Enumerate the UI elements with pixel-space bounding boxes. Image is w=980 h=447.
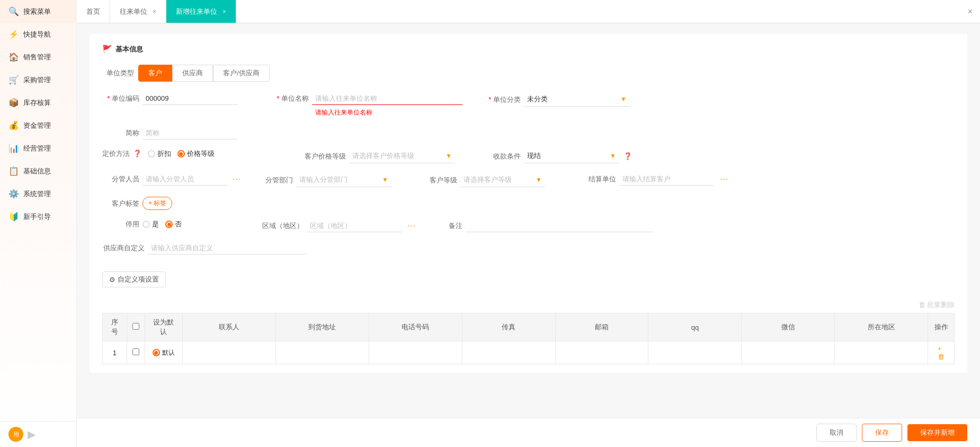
row-qq-input[interactable] bbox=[654, 349, 736, 357]
row-checkbox[interactable] bbox=[132, 348, 139, 355]
quick-nav-icon: ⚡ bbox=[8, 29, 19, 39]
row-email[interactable] bbox=[555, 341, 648, 364]
customer-level-select[interactable]: 请选择客户等级 ▼ bbox=[460, 173, 545, 187]
pricing-method-help-icon[interactable]: ❓ bbox=[133, 150, 141, 157]
disabled-no-label: 否 bbox=[175, 220, 182, 229]
add-tag-button[interactable]: + 标签 bbox=[142, 197, 172, 210]
group-disabled: 停用 是 否 bbox=[102, 220, 251, 229]
col-default: 设为默认 bbox=[145, 313, 182, 341]
row-email-input[interactable] bbox=[561, 349, 643, 357]
pricing-discount-radio[interactable]: 折扣 bbox=[148, 149, 171, 159]
sidebar-item-basic[interactable]: 📋 基础信息 bbox=[0, 160, 76, 182]
cancel-button[interactable]: 取消 bbox=[816, 424, 857, 442]
unit-code-input[interactable] bbox=[142, 92, 238, 105]
unit-code-label: * 单位编码 bbox=[102, 94, 139, 103]
group-customer-price-level: 客户价格等级 请选择客户价格等级 ▼ bbox=[304, 149, 473, 163]
row-wechat[interactable] bbox=[742, 341, 835, 364]
tab-trading-units[interactable]: 往来单位 × bbox=[110, 0, 166, 23]
sidebar-item-finance[interactable]: 💰 资金管理 bbox=[0, 114, 76, 137]
manager-input[interactable] bbox=[142, 173, 227, 186]
sidebar-item-operations[interactable]: 📊 经营管理 bbox=[0, 137, 76, 160]
save-and-new-button[interactable]: 保存并新增 bbox=[907, 424, 967, 441]
batch-delete-button[interactable]: 🗑 批量删除 bbox=[919, 300, 955, 310]
sidebar-item-inventory[interactable]: 📦 库存核算 bbox=[0, 91, 76, 114]
unit-name-input[interactable] bbox=[312, 92, 462, 105]
col-action: 操作 bbox=[928, 313, 955, 341]
row-default-radio[interactable]: 默认 bbox=[150, 348, 177, 357]
select-all-checkbox[interactable] bbox=[132, 323, 139, 330]
close-new-trading-unit-tab[interactable]: × bbox=[222, 8, 226, 15]
unit-type-both[interactable]: 客户/供应商 bbox=[213, 65, 270, 82]
close-all-tabs-button[interactable]: × bbox=[960, 0, 980, 23]
department-select[interactable]: 请输入分管部门 ▼ bbox=[296, 173, 391, 187]
region-more-btn[interactable]: ··· bbox=[407, 221, 416, 231]
col-email: 邮箱 bbox=[555, 313, 648, 341]
row-address[interactable] bbox=[275, 341, 369, 364]
row-default: 默认 bbox=[145, 341, 182, 364]
row-check[interactable] bbox=[127, 341, 145, 364]
manager-more-btn[interactable]: ··· bbox=[233, 174, 241, 184]
row-disabled-region: 停用 是 否 区域（地区） ··· bbox=[102, 220, 955, 232]
unit-type-label: 单位类型 bbox=[102, 68, 134, 78]
customer-price-level-select[interactable]: 请选择客户价格等级 ▼ bbox=[349, 149, 455, 163]
sidebar-item-system[interactable]: ⚙️ 系统管理 bbox=[0, 182, 76, 205]
close-trading-units-tab[interactable]: × bbox=[153, 8, 156, 15]
sidebar-expand-icon[interactable]: ▶ bbox=[28, 428, 35, 441]
pricing-level-radio[interactable]: 价格等级 bbox=[177, 149, 215, 159]
row-area-input[interactable] bbox=[840, 349, 922, 357]
finance-icon: 💰 bbox=[8, 120, 19, 130]
basic-info-icon: 📋 bbox=[8, 166, 19, 176]
group-manager: 分管人员 ··· bbox=[102, 173, 251, 186]
payment-terms-help-icon[interactable]: ❓ bbox=[623, 152, 632, 160]
tab-new-trading-unit[interactable]: 新增往来单位 × bbox=[166, 0, 236, 23]
short-name-input[interactable] bbox=[142, 127, 238, 139]
col-qq: qq bbox=[648, 313, 742, 341]
row-delete-btn[interactable]: 🗑 bbox=[938, 353, 945, 361]
remark-input[interactable] bbox=[466, 220, 653, 232]
row-contact-input[interactable] bbox=[188, 349, 270, 357]
col-phone: 电话号码 bbox=[369, 313, 462, 341]
group-department: 分管部门 请输入分管部门 ▼ bbox=[261, 173, 409, 187]
row-address-input[interactable] bbox=[281, 349, 363, 357]
row-fax-input[interactable] bbox=[468, 349, 550, 357]
disabled-no-radio[interactable]: 否 bbox=[165, 220, 182, 229]
sidebar-item-search[interactable]: 🔍 搜索菜单 bbox=[0, 0, 76, 23]
row-add-btn[interactable]: + bbox=[938, 345, 942, 353]
short-name-label: 简称 bbox=[102, 128, 139, 138]
unit-type-customer[interactable]: 客户 bbox=[138, 65, 172, 82]
unit-category-value: 未分类 bbox=[527, 94, 620, 104]
pricing-level-label: 价格等级 bbox=[187, 149, 215, 159]
disabled-yes-radio[interactable]: 是 bbox=[142, 220, 159, 229]
payment-terms-select[interactable]: 现结 ▼ bbox=[524, 149, 619, 163]
row-fax[interactable] bbox=[462, 341, 555, 364]
row-area[interactable] bbox=[835, 341, 928, 364]
row-qq[interactable] bbox=[648, 341, 742, 364]
sidebar-item-guide[interactable]: 🔰 新手引导 bbox=[0, 205, 76, 228]
inventory-icon: 📦 bbox=[8, 98, 19, 108]
customer-price-level-label: 客户价格等级 bbox=[304, 152, 346, 161]
row-short-name: 简称 bbox=[102, 127, 955, 139]
unit-type-supplier[interactable]: 供应商 bbox=[172, 65, 213, 82]
settlement-unit-input[interactable] bbox=[619, 173, 715, 186]
customer-tag-label: 客户标签 bbox=[102, 199, 139, 208]
sidebar-item-quick-nav[interactable]: ⚡ 快捷导航 bbox=[0, 23, 76, 46]
form-footer: 取消 保存 保存并新增 bbox=[77, 418, 980, 447]
unit-type-group: 客户 供应商 客户/供应商 bbox=[138, 65, 270, 82]
manager-label: 分管人员 bbox=[102, 174, 139, 184]
tab-home[interactable]: 首页 bbox=[77, 0, 110, 23]
row-phone-input[interactable] bbox=[375, 349, 457, 357]
row-wechat-input[interactable] bbox=[747, 349, 829, 357]
unit-category-select[interactable]: 未分类 ▼ bbox=[524, 92, 630, 107]
row-phone[interactable] bbox=[369, 341, 462, 364]
pricing-discount-label: 折扣 bbox=[157, 149, 171, 159]
settlement-unit-more-btn[interactable]: ··· bbox=[720, 174, 728, 184]
custom-settings-button[interactable]: ⚙ 自定义项设置 bbox=[102, 271, 166, 287]
sidebar-item-purchase[interactable]: 🛒 采购管理 bbox=[0, 68, 76, 91]
region-input[interactable] bbox=[307, 220, 402, 232]
customer-level-placeholder: 请选择客户等级 bbox=[464, 175, 536, 185]
save-button[interactable]: 保存 bbox=[862, 424, 902, 442]
row-contact[interactable] bbox=[183, 341, 276, 364]
supplier-custom-input[interactable] bbox=[148, 242, 307, 255]
flag-icon: 🚩 bbox=[102, 45, 112, 54]
sidebar-item-sales[interactable]: 🏠 销售管理 bbox=[0, 46, 76, 68]
